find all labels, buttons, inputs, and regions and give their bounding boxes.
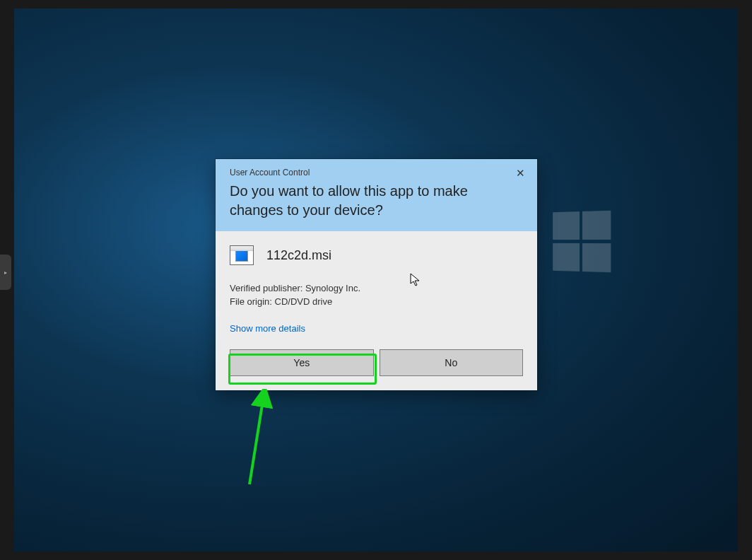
- installer-icon: [230, 245, 254, 265]
- close-button[interactable]: ✕: [507, 163, 533, 183]
- dialog-title: User Account Control: [230, 168, 523, 177]
- app-metadata: Verified publisher: Synology Inc. File o…: [230, 282, 523, 309]
- dialog-body: 112c2d.msi Verified publisher: Synology …: [216, 231, 537, 342]
- side-panel-tab[interactable]: ▸: [0, 255, 11, 290]
- close-icon: ✕: [516, 167, 525, 180]
- uac-dialog: User Account Control Do you want to allo…: [216, 159, 537, 390]
- windows-logo-icon: [553, 211, 611, 273]
- yes-button[interactable]: Yes: [230, 349, 374, 376]
- no-button[interactable]: No: [380, 349, 524, 376]
- publisher-line: Verified publisher: Synology Inc.: [230, 282, 523, 296]
- show-more-details-link[interactable]: Show more details: [230, 323, 523, 334]
- button-row: Yes No: [216, 342, 537, 390]
- app-info-row: 112c2d.msi: [230, 245, 523, 265]
- dialog-heading: Do you want to allow this app to make ch…: [230, 182, 523, 220]
- dialog-header: User Account Control Do you want to allo…: [216, 159, 537, 231]
- app-name: 112c2d.msi: [266, 248, 331, 263]
- origin-line: File origin: CD/DVD drive: [230, 296, 523, 309]
